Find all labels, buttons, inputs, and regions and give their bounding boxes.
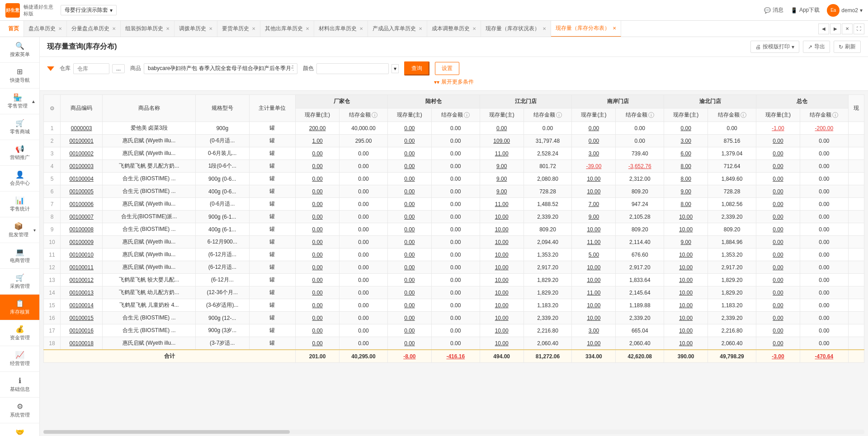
- table-cell[interactable]: 00100002: [61, 147, 103, 160]
- table-cell[interactable]: 0.00: [296, 223, 340, 236]
- table-cell[interactable]: 0.00: [756, 223, 800, 236]
- table-cell[interactable]: 10.00: [480, 211, 524, 223]
- table-cell[interactable]: 0.00: [756, 147, 800, 160]
- sidebar-item-search[interactable]: 🔍 搜索英单: [0, 37, 39, 63]
- close-tab-product-in[interactable]: ✕: [419, 26, 422, 31]
- table-cell[interactable]: 8.00: [664, 173, 708, 185]
- table-cell[interactable]: 10.00: [664, 223, 708, 236]
- table-cell[interactable]: 0.00: [756, 337, 800, 350]
- table-cell[interactable]: 10.00: [480, 223, 524, 236]
- table-cell[interactable]: 00100011: [61, 261, 103, 274]
- export-btn[interactable]: ↗ 导出: [803, 41, 830, 53]
- print-btn[interactable]: 🖨 按模版打印 ▾: [750, 41, 799, 53]
- table-cell[interactable]: 10.00: [480, 337, 524, 350]
- table-cell[interactable]: 0.00: [296, 147, 340, 160]
- table-cell[interactable]: 0.00: [756, 173, 800, 185]
- table-cell[interactable]: 0.00: [756, 211, 800, 223]
- sidebar-item-inventory-check[interactable]: 📋 库存核算: [0, 295, 39, 320]
- tab-inventory-single[interactable]: 盘点单历史 ✕: [24, 21, 67, 37]
- tab-requisition[interactable]: 要货单历史 ✕: [217, 21, 260, 37]
- info-cgj-icon[interactable]: i: [372, 112, 377, 118]
- table-cell[interactable]: 00100008: [61, 223, 103, 236]
- table-cell[interactable]: 0.00: [756, 185, 800, 198]
- close-tab-inventory-sub[interactable]: ✕: [112, 26, 116, 31]
- table-cell[interactable]: 10.00: [572, 223, 616, 236]
- settings-btn[interactable]: 设置: [435, 62, 459, 75]
- table-cell[interactable]: 200.00: [296, 122, 340, 135]
- message-btn[interactable]: 💬 消息: [764, 6, 783, 14]
- table-cell[interactable]: 0.00: [387, 185, 431, 198]
- table-cell[interactable]: 0.00: [296, 337, 340, 350]
- table-cell[interactable]: 0.00: [756, 248, 800, 261]
- close-tab-inventory-single[interactable]: ✕: [58, 26, 62, 31]
- table-cell[interactable]: 10.00: [664, 312, 708, 324]
- table-cell[interactable]: 0.00: [296, 286, 340, 299]
- table-cell[interactable]: 10.00: [480, 299, 524, 312]
- tab-assembly[interactable]: 组装拆卸单历史 ✕: [121, 21, 175, 37]
- tab-stock-dist[interactable]: 现存量（库存分布表） ✕: [551, 21, 621, 37]
- table-cell[interactable]: 0.00: [296, 160, 340, 173]
- table-cell[interactable]: 10.00: [572, 337, 616, 350]
- table-cell[interactable]: 10.00: [664, 211, 708, 223]
- table-cell[interactable]: 8.00: [664, 160, 708, 173]
- table-cell[interactable]: 0.00: [664, 122, 708, 135]
- sidebar-item-basic-info[interactable]: ℹ 基础信息: [0, 372, 39, 398]
- sidebar-item-retail-mgmt[interactable]: 🏪 零售管理 ▲: [0, 89, 39, 114]
- table-cell[interactable]: 6.00: [664, 147, 708, 160]
- table-cell[interactable]: 10.00: [664, 337, 708, 350]
- tab-material-out[interactable]: 材料出库单历史 ✕: [314, 21, 368, 37]
- table-cell[interactable]: 10.00: [480, 236, 524, 248]
- sidebar-item-retail-mall[interactable]: 🛒 零售商城: [0, 114, 39, 140]
- table-cell[interactable]: 0000003: [61, 122, 103, 135]
- info-na-icon[interactable]: i: [648, 112, 654, 118]
- table-cell[interactable]: 11.00: [572, 286, 616, 299]
- table-cell[interactable]: 10.00: [664, 248, 708, 261]
- table-cell[interactable]: 10.00: [480, 274, 524, 286]
- table-cell[interactable]: 0.00: [387, 312, 431, 324]
- table-cell[interactable]: 10.00: [572, 173, 616, 185]
- table-cell[interactable]: 0.00: [756, 160, 800, 173]
- table-cell[interactable]: 10.00: [664, 274, 708, 286]
- table-cell[interactable]: 0.00: [756, 299, 800, 312]
- table-cell[interactable]: 00100014: [61, 299, 103, 312]
- sidebar-item-retail-stats[interactable]: 📊 零售统计: [0, 192, 39, 217]
- table-cell[interactable]: 1.00: [296, 135, 340, 147]
- close-tab-stock-dist[interactable]: ✕: [613, 26, 616, 31]
- table-cell[interactable]: 9.00: [664, 185, 708, 198]
- sidebar-item-quick-nav[interactable]: ⊞ 快捷导航: [0, 63, 39, 89]
- table-cell[interactable]: 0.00: [296, 198, 340, 211]
- table-cell[interactable]: 0.00: [296, 261, 340, 274]
- table-cell[interactable]: 00100013: [61, 286, 103, 299]
- table-cell[interactable]: 00100012: [61, 274, 103, 286]
- table-cell[interactable]: 109.00: [480, 135, 524, 147]
- table-cell[interactable]: 0.00: [296, 211, 340, 223]
- sidebar-item-sys-mgmt[interactable]: ⚙ 系统管理: [0, 398, 39, 423]
- table-cell[interactable]: 0.00: [756, 198, 800, 211]
- nav-next-btn[interactable]: ▶: [830, 23, 841, 34]
- table-cell[interactable]: 00100015: [61, 312, 103, 324]
- table-cell[interactable]: 11.00: [480, 147, 524, 160]
- collapse-triangle-icon[interactable]: [47, 66, 54, 71]
- table-cell[interactable]: 0.00: [387, 160, 431, 173]
- table-cell[interactable]: 3.00: [572, 324, 616, 337]
- table-cell[interactable]: 8.00: [664, 198, 708, 211]
- table-cell[interactable]: 10.00: [572, 274, 616, 286]
- info-total-icon[interactable]: i: [832, 112, 838, 118]
- table-cell[interactable]: 00100005: [61, 185, 103, 198]
- table-cell[interactable]: 00100004: [61, 173, 103, 185]
- table-cell[interactable]: 9.00: [480, 173, 524, 185]
- tab-inventory-sub[interactable]: 分量盘点单历史 ✕: [67, 21, 121, 37]
- sidebar-item-wholesale[interactable]: 📦 批发管理 ▾: [0, 217, 39, 243]
- table-cell[interactable]: 0.00: [387, 324, 431, 337]
- table-cell[interactable]: 0.00: [387, 274, 431, 286]
- table-cell[interactable]: 11.00: [480, 198, 524, 211]
- table-cell[interactable]: 7.00: [572, 198, 616, 211]
- tab-cost-adjust[interactable]: 成本调整单历史 ✕: [427, 21, 481, 37]
- app-download-btn[interactable]: 📱 App下载: [791, 6, 820, 14]
- table-cell[interactable]: 0.00: [480, 122, 524, 135]
- close-tab-stock-status[interactable]: ✕: [542, 26, 546, 31]
- nav-expand-btn[interactable]: ⛶: [854, 23, 864, 34]
- tab-transfer[interactable]: 调拨单历史 ✕: [175, 21, 217, 37]
- sidebar-item-operations[interactable]: 📈 经营管理: [0, 346, 39, 372]
- table-cell[interactable]: 0.00: [296, 299, 340, 312]
